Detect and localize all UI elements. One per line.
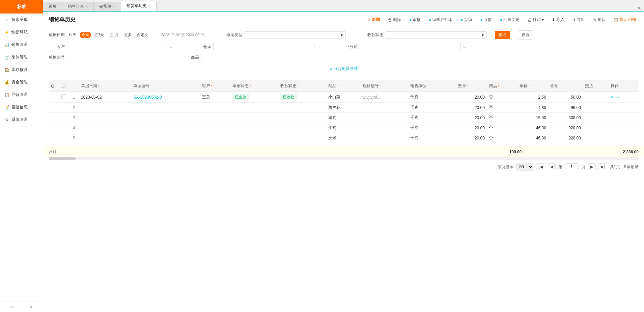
batch-change-button[interactable]: ● 批量变更 (497, 16, 522, 24)
sort-price-icon: ↑ (528, 84, 530, 88)
sidebar-item-basic-info[interactable]: 📝 基础信息 (0, 101, 43, 113)
collapse-filter-btn[interactable]: ∧ 收起更多条件 (330, 66, 358, 72)
prev-page-btn[interactable]: ◀ (548, 163, 556, 170)
page-number-input[interactable] (565, 163, 579, 170)
td-action: ✏⋯ (609, 92, 639, 103)
salesperson-ellipsis[interactable]: ... (463, 44, 466, 49)
export-button[interactable]: ⬆ 导出 (570, 16, 588, 24)
tab-home[interactable]: 首页 (43, 2, 62, 11)
abandon-label: 弃审 (464, 17, 472, 23)
sort-gift[interactable]: 赠品 ↑ (489, 83, 515, 89)
sidebar-collapse-btn[interactable]: ⏸ (29, 305, 33, 309)
show-detail-button[interactable]: 📋 显示明细 (611, 16, 639, 24)
date-tag-custom[interactable]: 自定义 (135, 32, 150, 38)
th-customer: 客户 ↑ (200, 80, 231, 92)
action-btn-0[interactable]: ✏ (611, 95, 614, 100)
collect-button[interactable]: ● 收款 (478, 16, 495, 24)
audit-button[interactable]: ● 审核 (407, 16, 423, 24)
tab-sales-order[interactable]: 销售订单 ✕ (62, 2, 94, 11)
filter-more-row: ∧ 收起更多条件 (49, 64, 639, 73)
tab-sales-delivery-label: 销货单 (99, 4, 111, 9)
td-unit: 千克 (408, 123, 456, 133)
page-unit: 页 (581, 164, 585, 170)
scroll-thumb[interactable] (49, 157, 76, 160)
sidebar-item-purchase-mgmt[interactable]: 🛒 采购管理 (0, 51, 43, 63)
doc-no-input[interactable] (67, 54, 161, 61)
tab-sales-history-close[interactable]: ✕ (148, 4, 151, 8)
goods-ellipsis[interactable]: ... (304, 55, 308, 60)
refresh-button[interactable]: ↻ 刷新 (590, 16, 608, 24)
date-tag-yesterday[interactable]: 昨天 (67, 32, 78, 38)
add-button[interactable]: + 新增 (365, 16, 383, 24)
td-delivery (583, 92, 609, 103)
import-button[interactable]: ⬇ 导入 (549, 16, 567, 24)
sort-doc-date[interactable]: 单据日期 ↑ (81, 83, 129, 89)
finance-icon: 💰 (4, 80, 9, 85)
td-row-no: 1 (69, 92, 79, 103)
print-button[interactable]: 🖨 打印 ▾ (525, 16, 547, 24)
td-qty: 20.00 (456, 123, 487, 133)
sort-doc-status[interactable]: 单据状态 ↑ (232, 83, 276, 89)
sidebar-settings-btn[interactable]: ⚙ (10, 305, 14, 309)
table-wrapper: ⚙ 单据日期 ↑ (43, 77, 644, 146)
date-tag-today[interactable]: 今天 (80, 32, 91, 38)
select-all-checkbox[interactable] (61, 83, 65, 88)
tab-sales-history[interactable]: 销货单历史 ✕ (121, 1, 157, 11)
warehouse-ellipsis[interactable]: ... (316, 44, 320, 49)
import-label: 导入 (556, 17, 564, 23)
sort-unit[interactable]: 销售单位 ↑ (410, 83, 454, 89)
date-tag-more[interactable]: 更多 (122, 32, 134, 38)
tab-sales-delivery[interactable]: 销货单 ✕ (94, 2, 121, 11)
customer-ellipsis[interactable]: ... (170, 44, 173, 49)
settings-filter-button[interactable]: 设置 (518, 30, 533, 40)
td-qty: 20.00 (456, 92, 487, 103)
first-page-btn[interactable]: |◀ (536, 163, 545, 170)
sort-goods[interactable]: 商品 ↑ (328, 83, 359, 89)
td-delivery (583, 113, 609, 123)
date-tag-1month[interactable]: 近1月 (107, 32, 121, 38)
scroll-track[interactable] (49, 157, 639, 160)
row-checkbox[interactable] (61, 94, 66, 99)
sort-customer[interactable]: 客户 ↑ (202, 83, 229, 89)
collect-status-select[interactable]: ▾ (386, 31, 487, 39)
salesperson-input[interactable] (360, 43, 461, 50)
filter-date-item: 单据日期 昨天 今天 近7天 近1月 更多 自定义 (49, 32, 150, 38)
print-dropdown-icon: ▾ (542, 18, 544, 22)
table-settings-icon[interactable]: ⚙ (51, 83, 55, 89)
action-btn-1[interactable]: ⋯ (615, 95, 619, 100)
sidebar-item-ops-mgmt[interactable]: 📋 经营管理 (0, 88, 43, 101)
filter-customer-item: 客户 ... (49, 43, 173, 50)
abandon-button[interactable]: ● 弃审 (458, 16, 475, 24)
goods-input[interactable] (201, 54, 302, 61)
sidebar-item-inventory[interactable]: 🏠 库存核算 (0, 63, 43, 76)
sidebar-item-system-mgmt[interactable]: ⚙ 系统管理 (0, 113, 43, 126)
sidebar-item-search-menu[interactable]: ≡ 搜索菜单 (0, 14, 43, 26)
per-page-select[interactable]: 50 100 200 (516, 163, 533, 171)
next-page-btn[interactable]: ▶ (588, 163, 596, 170)
sort-doc-no[interactable]: 单据编号 ↑ (133, 83, 198, 89)
doc-type-select[interactable]: ▾ (245, 31, 346, 39)
customer-input[interactable] (67, 43, 168, 50)
sort-qty[interactable]: 数量 ↑ (458, 83, 485, 89)
td-customer: 王总 (200, 92, 231, 103)
tab-sales-order-close[interactable]: ✕ (85, 5, 88, 8)
sort-spec[interactable]: 规格型号 ↑ (363, 83, 407, 89)
tab-sales-delivery-close[interactable]: ✕ (113, 5, 115, 8)
doc-no-link[interactable]: SA-20230602-0 (133, 95, 162, 100)
audit-print-button[interactable]: ● 审核并打印 (426, 16, 455, 24)
td-spec: tyjyjtyjdf... (361, 92, 409, 103)
close-all-tabs-btn[interactable]: ✕ (637, 5, 641, 11)
delete-button[interactable]: 🗑 删除 (385, 16, 404, 24)
sidebar-item-finance[interactable]: 💰 资金管理 (0, 76, 43, 88)
last-page-btn[interactable]: ▶| (598, 163, 607, 170)
sidebar-item-quick-nav[interactable]: ⚡ 快捷导航 (0, 26, 43, 38)
warehouse-input[interactable] (213, 43, 314, 50)
delete-icon: 🗑 (388, 18, 392, 22)
sort-collect-status[interactable]: 收款状态 ↑ (280, 83, 324, 89)
date-tag-7days[interactable]: 近7天 (92, 32, 106, 38)
batch-change-label: 批量变更 (503, 17, 520, 23)
sort-price[interactable]: 单价 ↑ (520, 83, 546, 89)
query-button[interactable]: 查询 (495, 31, 510, 39)
th-price: 单价 ↑ (517, 80, 548, 92)
sidebar-item-sales-mgmt[interactable]: 📊 销售管理 (0, 38, 43, 51)
